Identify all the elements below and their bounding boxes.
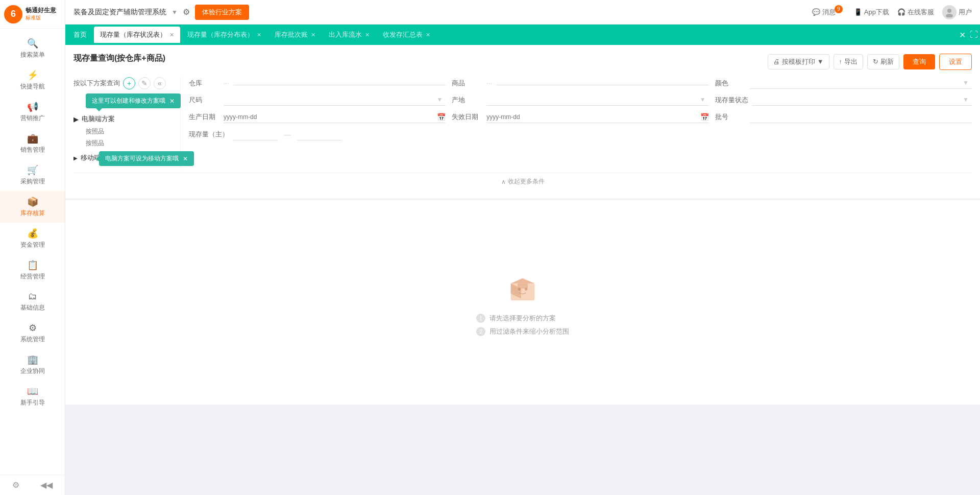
sidebar-item-enterprise[interactable]: 🏢 企业协同 xyxy=(0,349,65,381)
color-field: 颜色 ▼ xyxy=(715,77,972,89)
expiry-date-calendar-icon[interactable]: 📅 xyxy=(700,113,709,121)
query-section: 现存量查询(按仓库+商品) 🖨 按模板打印 ▼ ↑ 导出 ↻ 刷新 xyxy=(65,45,980,198)
app-version: 标准版 xyxy=(26,14,56,21)
sidebar-item-purchase[interactable]: 🛒 采购管理 xyxy=(0,159,65,191)
warehouse-dots[interactable]: ··· xyxy=(224,79,229,87)
tab-home[interactable]: 首页 xyxy=(67,30,93,39)
scheme-group-pc-title[interactable]: ▶ 电脑端方案 xyxy=(74,112,174,126)
empty-state: 1 请先选择要分析的方案 2 用过滤条件来缩小分析范围 xyxy=(466,234,579,371)
sidebar-item-marketing[interactable]: 📢 营销推广 xyxy=(0,96,65,128)
app-download-item[interactable]: 📱 App下载 xyxy=(854,8,889,17)
tab-bar-end: ✕ ⛶ xyxy=(959,30,978,40)
svg-point-3 xyxy=(946,14,953,17)
empty-tips: 1 请先选择要分析的方案 2 用过滤条件来缩小分析范围 xyxy=(476,314,569,340)
collapse-bar[interactable]: ∧ 收起更多条件 xyxy=(74,173,972,190)
tab-inventory-dist-label: 现存量（库存分布表） xyxy=(187,30,254,39)
tab-expand-icon[interactable]: ⛶ xyxy=(970,30,978,40)
tab-collection-summary[interactable]: 收发存汇总表 ✕ xyxy=(377,27,436,43)
basic-icon: 🗂 xyxy=(28,291,37,302)
sidebar-item-inventory[interactable]: 📦 库存核算 xyxy=(0,191,65,223)
tooltip1-close[interactable]: ✕ xyxy=(183,155,188,162)
system-title: 装备及固定资产辅助管理系统 xyxy=(74,8,166,17)
export-icon: ↑ xyxy=(839,58,843,65)
expiry-date-input[interactable] xyxy=(486,111,698,123)
chevron-right-icon2: ▶ xyxy=(74,155,78,161)
tab-bar: 首页 现存量（库存状况表） ✕ 现存量（库存分布表） ✕ 库存批次账 ✕ 出入库… xyxy=(65,25,980,45)
system-dropdown-icon[interactable]: ▼ xyxy=(172,9,178,16)
settings-icon[interactable]: ⚙ xyxy=(183,7,190,17)
collapse-label: 收起更多条件 xyxy=(508,177,545,186)
tab-close-inventory-status[interactable]: ✕ xyxy=(169,32,174,38)
production-date-calendar-icon[interactable]: 📅 xyxy=(437,113,446,121)
header-right: 💬 消息 9 📱 App下载 🎧 在线客服 用户 xyxy=(812,5,972,19)
message-item[interactable]: 💬 消息 9 xyxy=(812,8,846,17)
sidebar-item-newguide[interactable]: 📖 新手引导 xyxy=(0,381,65,412)
sidebar-item-search[interactable]: 🔍 搜索菜单 xyxy=(0,33,65,64)
settings-bottom-icon[interactable]: ⚙ xyxy=(12,480,19,490)
tab-close-batch-account[interactable]: ✕ xyxy=(311,32,315,38)
size-select[interactable]: ▼ xyxy=(224,94,446,106)
sidebar-item-quicknav[interactable]: ⚡ 快捷导航 xyxy=(0,64,65,96)
tab-batch-account[interactable]: 库存批次账 ✕ xyxy=(268,27,322,43)
newguide-icon: 📖 xyxy=(27,386,38,397)
sidebar-item-sales[interactable]: 💼 销售管理 xyxy=(0,128,65,159)
logo-svg: 6 xyxy=(4,5,22,23)
range-separator: — xyxy=(282,131,293,138)
stock-main-input-min[interactable] xyxy=(233,128,278,140)
production-date-input[interactable] xyxy=(224,111,435,123)
sidebar-item-label: 销售管理 xyxy=(20,146,45,154)
tab-close-all-icon[interactable]: ✕ xyxy=(959,30,966,40)
export-button[interactable]: ↑ 导出 xyxy=(834,54,864,69)
batch-input[interactable] xyxy=(750,111,972,123)
add-scheme-btn[interactable]: + xyxy=(123,77,135,89)
tip-num-2: 2 xyxy=(476,327,485,336)
expiry-date-label: 失效日期 xyxy=(452,112,482,122)
sidebar-item-basic[interactable]: 🗂 基础信息 xyxy=(0,286,65,317)
query-button[interactable]: 查询 xyxy=(903,54,935,69)
sidebar-item-operations[interactable]: 📋 经营管理 xyxy=(0,254,65,286)
collapse-sidebar-icon[interactable]: ◀◀ xyxy=(40,480,53,490)
sidebar-item-label: 营销推广 xyxy=(20,114,45,123)
refresh-button[interactable]: ↻ 刷新 xyxy=(867,54,899,69)
sidebar-item-finance[interactable]: 💰 资金管理 xyxy=(0,223,65,254)
setup-button[interactable]: 设置 xyxy=(939,54,972,70)
color-select[interactable]: ▼ xyxy=(750,77,972,89)
stock-status-select[interactable]: ▼ xyxy=(752,94,972,106)
filter-row-4: 现存量（主） — xyxy=(189,128,972,140)
scheme-item-1[interactable]: 按照品 xyxy=(74,126,174,137)
tip-text-1: 请先选择要分析的方案 xyxy=(489,314,556,323)
print-dropdown-icon[interactable]: ▼ xyxy=(817,58,824,65)
svg-point-2 xyxy=(947,9,951,13)
inventory-icon: 📦 xyxy=(27,196,38,207)
sidebar-item-system[interactable]: ⚙ 系统管理 xyxy=(0,317,65,349)
user-item[interactable]: 用户 xyxy=(942,5,972,19)
page-content: 现存量查询(按仓库+商品) 🖨 按模板打印 ▼ ↑ 导出 ↻ 刷新 xyxy=(65,45,980,495)
origin-select[interactable]: ▼ xyxy=(486,94,708,106)
stock-main-input-max[interactable] xyxy=(297,128,342,140)
tooltip2-close[interactable]: ✕ xyxy=(169,98,175,105)
tab-close-inventory-dist[interactable]: ✕ xyxy=(257,32,261,38)
scheme-item-2[interactable]: 按照品 xyxy=(74,137,174,149)
goods-dots[interactable]: ··· xyxy=(486,79,492,87)
tab-inventory-status[interactable]: 现存量（库存状况表） ✕ xyxy=(94,27,180,43)
trial-btn[interactable]: 体验行业方案 xyxy=(195,5,249,20)
stock-status-dropdown-arrow: ▼ xyxy=(963,96,969,103)
svg-rect-7 xyxy=(518,284,528,289)
tab-inventory-dist[interactable]: 现存量（库存分布表） ✕ xyxy=(181,27,267,43)
filter-row-1: 仓库 ··· 商品 ··· 颜色 xyxy=(189,77,972,89)
warehouse-label: 仓库 xyxy=(189,79,219,88)
header-left: 装备及固定资产辅助管理系统 ▼ ⚙ 体验行业方案 xyxy=(74,5,249,20)
print-button[interactable]: 🖨 按模板打印 ▼ xyxy=(768,54,829,69)
filter-scheme-header: 按以下方案查询 + ✎ « xyxy=(74,77,174,89)
color-dropdown-arrow: ▼ xyxy=(963,79,969,86)
tab-close-collection-summary[interactable]: ✕ xyxy=(426,32,430,38)
tab-close-in-out-flow[interactable]: ✕ xyxy=(365,32,370,38)
size-field: 尺码 ▼ xyxy=(189,94,446,106)
left-arrow-btn[interactable]: « xyxy=(154,77,166,89)
online-service-item[interactable]: 🎧 在线客服 xyxy=(897,8,934,17)
tab-in-out-flow[interactable]: 出入库流水 ✕ xyxy=(323,27,376,43)
production-date-wrapper: 📅 xyxy=(224,111,446,123)
sidebar-item-label: 系统管理 xyxy=(20,335,45,344)
tab-inventory-status-label: 现存量（库存状况表） xyxy=(100,30,166,39)
edit-scheme-btn[interactable]: ✎ xyxy=(138,77,151,89)
